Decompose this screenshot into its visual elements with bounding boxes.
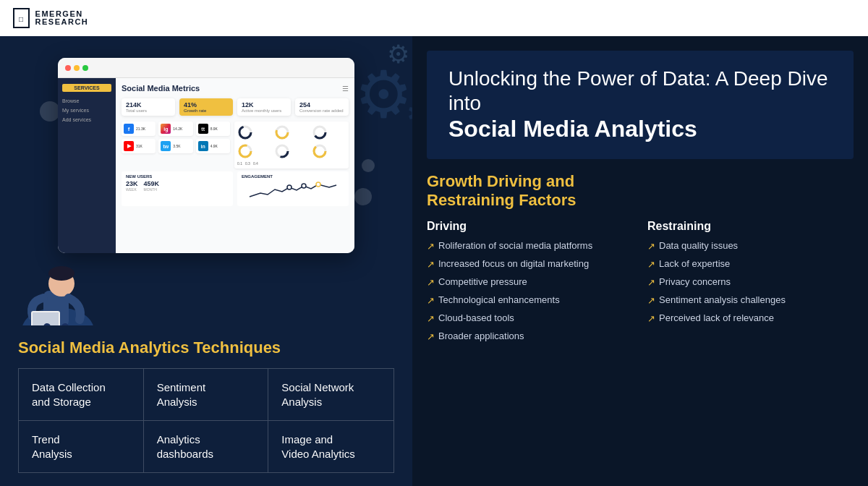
tw-stat: 3.5K: [173, 144, 180, 148]
driving-item-5: ↗ Cloud-based tools: [427, 312, 633, 325]
restraining-item-2: ↗ Lack of expertise: [647, 258, 854, 271]
title-box: Unlocking the Power of Data: A Deep Dive…: [427, 51, 854, 159]
dot-yellow: [74, 65, 80, 71]
mockup-title-bar: Social Media Metrics ☰: [122, 84, 349, 93]
tech-cell-2: SentimentAnalysis: [144, 369, 269, 421]
tech-cell-1: Data Collectionand Storage: [19, 369, 144, 421]
new-users-stats: 23K WEEK 459K MONTH: [126, 180, 229, 192]
dot-red: [65, 65, 71, 71]
arrow-icon-4: ↗: [427, 295, 435, 307]
engagement-panel: ENGAGEMENT: [237, 171, 349, 206]
arrow-icon-3: ↗: [427, 277, 435, 289]
metrics-row: 214K Total users 41% Growth rate 12K Act…: [122, 98, 349, 116]
social-icons-grid: f 21.3K ig 14.2K tt 8.9K: [122, 122, 230, 153]
restraining-text-1: Data quality issues: [659, 240, 738, 252]
arrow-icon-2: ↗: [427, 259, 435, 271]
tt-stat: 8.9K: [210, 127, 218, 131]
social-ig: ig 14.2K: [158, 122, 192, 136]
arrow-icon-r2: ↗: [647, 259, 655, 271]
donut-grid: [237, 124, 346, 159]
logo-icon: □: [19, 15, 24, 23]
chart-bottom: NEW USERS 23K WEEK 459K MONTH: [122, 171, 349, 206]
driving-item-3: ↗ Competitive pressure: [427, 276, 633, 289]
donut-2: [274, 124, 290, 140]
metric-value-3: 12K: [242, 101, 286, 108]
driving-text-6: Broader applications: [438, 331, 524, 343]
driving-item-2: ↗ Increased focus on digital marketing: [427, 258, 633, 271]
logo-box: □: [13, 8, 30, 28]
mockup-header: [58, 58, 354, 78]
donut-5: [274, 143, 290, 159]
sidebar-browse: Browse: [62, 96, 111, 106]
techniques-grid: Data Collectionand Storage SentimentAnal…: [18, 368, 394, 473]
restraining-text-2: Lack of expertise: [659, 258, 730, 270]
week-value: 23K: [126, 180, 138, 187]
social-icons-section: f 21.3K ig 14.2K tt 8.9K: [122, 122, 230, 169]
restraining-col: Restraining ↗ Data quality issues ↗ Lack…: [647, 220, 854, 348]
metric-card-4: 254 Conversion rate added: [295, 98, 349, 116]
month-stat: 459K MONTH: [144, 180, 160, 192]
techniques-title: Social Media Analytics Techniques: [18, 338, 394, 357]
ig-stat: 14.2K: [173, 127, 182, 131]
new-users-label: NEW USERS: [126, 174, 229, 179]
title-line2: Social Media Analytics: [448, 115, 832, 142]
metric-label-3: Active monthly users: [242, 108, 286, 113]
techniques-section: Social Media Analytics Techniques Data C…: [0, 325, 412, 486]
logo-subtext: RESEARCH: [35, 18, 89, 26]
metric-value-2: 41%: [184, 101, 229, 108]
social-fb: f 21.3K: [122, 122, 156, 136]
fb-stat: 21.3K: [136, 127, 145, 131]
social-tt: tt 8.9K: [196, 122, 230, 136]
social-charts-row: f 21.3K ig 14.2K tt 8.9K: [122, 122, 349, 169]
fb-icon: f: [124, 124, 134, 134]
donut-labels: 0.10.30.4: [237, 161, 346, 166]
driving-col: Driving ↗ Roliferation of social media p…: [427, 220, 633, 348]
dot-green: [82, 65, 88, 71]
social-yt: ▶ 31K: [122, 139, 156, 153]
left-section: ⚙ ⚙ ⚙ SERVICES Browse My services Add se…: [0, 36, 412, 486]
arrow-icon-1: ↗: [427, 241, 435, 253]
metric-label-2: Growth rate: [184, 108, 229, 113]
sidebar-myservices: My services: [62, 106, 111, 115]
metric-card-2: 41% Growth rate: [179, 98, 233, 116]
arrow-icon-5: ↗: [427, 313, 435, 325]
restraining-text-4: Sentiment analysis challenges: [659, 294, 786, 307]
restraining-item-1: ↗ Data quality issues: [647, 240, 854, 253]
driving-text-1: Roliferation of social media platforms: [438, 240, 592, 252]
arrow-icon-r1: ↗: [647, 241, 655, 253]
donut-4: [237, 143, 253, 159]
arrow-icon-r5: ↗: [647, 313, 655, 325]
li-stat: 4.9K: [210, 144, 218, 148]
tech-cell-6: Image andVideo Analytics: [268, 421, 393, 472]
svg-point-14: [316, 182, 320, 187]
metric-value-4: 254: [299, 101, 344, 108]
driving-item-1: ↗ Roliferation of social media platforms: [427, 240, 633, 253]
driving-heading: Driving: [427, 220, 633, 233]
gear-small-icon: ⚙: [387, 40, 409, 69]
social-li: in 4.9K: [196, 139, 230, 153]
donut-1: [237, 124, 253, 140]
tw-icon: tw: [161, 141, 171, 151]
ig-icon: ig: [161, 124, 171, 134]
driving-item-4: ↗ Technological enhancements: [427, 294, 633, 307]
right-section: Unlocking the Power of Data: A Deep Dive…: [412, 36, 868, 486]
arrow-icon-6: ↗: [427, 331, 435, 344]
week-label: WEEK: [126, 187, 138, 192]
li-icon: in: [198, 141, 208, 151]
driving-item-6: ↗ Broader applications: [427, 331, 633, 344]
sidebar-addservices: Add services: [62, 115, 111, 124]
dashboard-mockup: SERVICES Browse My services Add services…: [58, 58, 354, 253]
social-tw: tw 3.5K: [158, 139, 192, 153]
title-line1: Unlocking the Power of Data: A Deep Dive…: [448, 67, 832, 115]
growth-section: Growth Driving andRestraining Factors Dr…: [427, 172, 854, 349]
metric-value-1: 214K: [126, 101, 171, 108]
yt-icon: ▶: [124, 141, 134, 151]
donut-6: [312, 143, 328, 159]
restraining-heading: Restraining: [647, 220, 854, 233]
factors-row: Driving ↗ Roliferation of social media p…: [427, 220, 854, 348]
growth-title: Growth Driving andRestraining Factors: [427, 172, 854, 210]
driving-text-5: Cloud-based tools: [438, 312, 514, 325]
metric-label-4: Conversion rate added: [299, 108, 344, 113]
metric-card-1: 214K Total users: [122, 98, 175, 116]
engagement-sparkline: [242, 179, 344, 200]
